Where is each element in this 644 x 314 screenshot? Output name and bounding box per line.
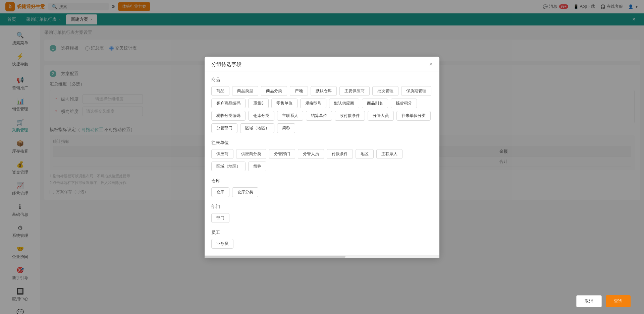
field-tag-goods-0[interactable]: 商品 — [211, 86, 229, 96]
field-tag-partner-5[interactable]: 地区 — [356, 149, 374, 159]
field-tag-goods-16[interactable]: 仓库分类 — [248, 111, 274, 121]
modal-close-button[interactable]: × — [429, 61, 433, 67]
field-tag-goods-10[interactable]: 零售单位 — [271, 99, 298, 108]
field-tag-partner-3[interactable]: 分管人员 — [298, 149, 324, 159]
field-group-goods-title: 商品 — [211, 77, 433, 83]
field-group-department-title: 部门 — [211, 204, 433, 210]
field-tag-goods-18[interactable]: 结算单位 — [306, 111, 332, 121]
field-tag-goods-1[interactable]: 商品类型 — [232, 86, 258, 96]
field-tags-warehouse: 仓库 仓库分类 — [211, 187, 433, 197]
modal-header: 分组待选字段 × — [205, 57, 439, 71]
field-tag-goods-24[interactable]: 简称 — [277, 123, 295, 133]
field-tag-goods-3[interactable]: 产地 — [290, 86, 308, 96]
field-tag-employee-0[interactable]: 业务员 — [211, 239, 233, 249]
field-tag-goods-6[interactable]: 批次管理 — [372, 86, 398, 96]
field-group-warehouse-title: 仓库 — [211, 178, 433, 184]
field-tag-goods-17[interactable]: 主联系人 — [277, 111, 303, 121]
field-tag-goods-12[interactable]: 默认供应商 — [329, 99, 359, 108]
field-tags-department: 部门 — [211, 213, 433, 223]
field-tag-goods-7[interactable]: 保质期管理 — [401, 86, 431, 96]
modal-body: 商品 商品 商品类型 商品分类 产地 默认仓库 主要供应商 批次管理 保质期管理… — [205, 71, 439, 255]
field-tags-partner: 供应商 供应商分类 分管部门 分管人员 付款条件 地区 主联系人 区域（地区） … — [211, 149, 433, 171]
field-tag-goods-15[interactable]: 税收分类编码 — [211, 111, 246, 121]
field-tag-partner-0[interactable]: 供应商 — [211, 149, 233, 159]
field-tag-goods-23[interactable]: 区域（地区） — [240, 123, 274, 133]
field-group-partner-title: 往来单位 — [211, 140, 433, 146]
field-tag-goods-21[interactable]: 往来单位分类 — [396, 111, 431, 121]
field-tag-partner-1[interactable]: 供应商分类 — [236, 149, 266, 159]
field-tags-employee: 业务员 — [211, 239, 433, 249]
field-tag-department-0[interactable]: 部门 — [211, 213, 229, 223]
cancel-button[interactable]: 取消 — [576, 295, 602, 307]
field-group-warehouse: 仓库 仓库 仓库分类 — [211, 178, 433, 197]
field-group-employee: 员工 业务员 — [211, 230, 433, 249]
field-tag-partner-4[interactable]: 付款条件 — [327, 149, 353, 159]
field-group-partner: 往来单位 供应商 供应商分类 分管部门 分管人员 付款条件 地区 主联系人 区域… — [211, 140, 433, 171]
field-tag-goods-11[interactable]: 规格型号 — [300, 99, 326, 108]
field-tag-goods-14[interactable]: 拣货积分 — [391, 99, 417, 108]
modal-horizontal-scrollbar[interactable] — [205, 255, 439, 258]
field-tag-goods-2[interactable]: 商品分类 — [261, 86, 287, 96]
modal-dialog: 分组待选字段 × 商品 商品 商品类型 商品分类 产地 默认仓库 主要供应商 批… — [205, 57, 439, 258]
field-tag-goods-13[interactable]: 商品别名 — [362, 99, 388, 108]
field-tag-goods-8[interactable]: 客户商品编码 — [211, 99, 246, 108]
field-tag-goods-22[interactable]: 分管部门 — [211, 123, 237, 133]
modal-scrollbar-thumb[interactable] — [205, 256, 345, 258]
field-group-goods: 商品 商品 商品类型 商品分类 产地 默认仓库 主要供应商 批次管理 保质期管理… — [211, 77, 433, 133]
field-tag-partner-6[interactable]: 主联系人 — [376, 149, 402, 159]
modal-overlay: 分组待选字段 × 商品 商品 商品类型 商品分类 产地 默认仓库 主要供应商 批… — [0, 0, 644, 314]
field-tag-goods-20[interactable]: 分管人员 — [368, 111, 394, 121]
field-tag-partner-2[interactable]: 分管部门 — [269, 149, 295, 159]
field-tag-partner-7[interactable]: 区域（地区） — [211, 162, 246, 171]
field-tag-warehouse-1[interactable]: 仓库分类 — [232, 187, 258, 197]
field-tag-goods-5[interactable]: 主要供应商 — [339, 86, 370, 96]
modal-title: 分组待选字段 — [211, 61, 241, 68]
field-tag-warehouse-0[interactable]: 仓库 — [211, 187, 229, 197]
confirm-button[interactable]: 查询 — [606, 295, 631, 307]
modal-footer-buttons: 取消 查询 — [576, 295, 631, 307]
field-tag-goods-19[interactable]: 收付款条件 — [335, 111, 365, 121]
field-group-employee-title: 员工 — [211, 230, 433, 236]
field-group-department: 部门 部门 — [211, 204, 433, 223]
field-tag-partner-8[interactable]: 简称 — [248, 162, 266, 171]
field-tag-goods-4[interactable]: 默认仓库 — [311, 86, 337, 96]
field-tag-goods-9[interactable]: 重量3 — [248, 99, 269, 108]
field-tags-goods: 商品 商品类型 商品分类 产地 默认仓库 主要供应商 批次管理 保质期管理 客户… — [211, 86, 433, 133]
